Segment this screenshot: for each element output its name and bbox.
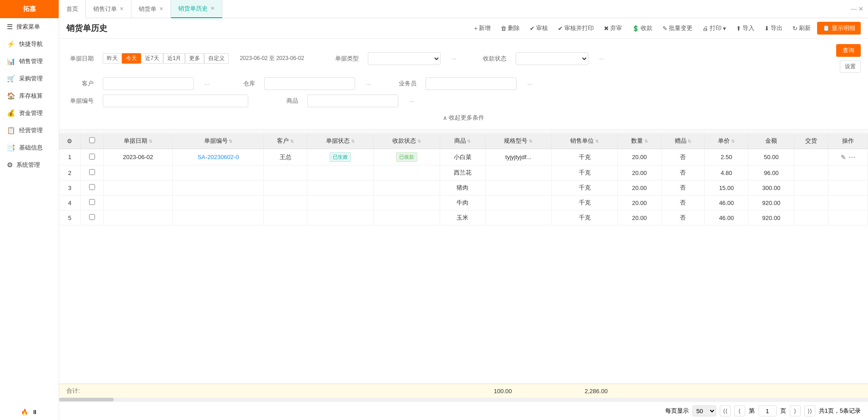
window-close-icon[interactable]: ✕ [858,5,863,12]
doc-type-dots[interactable]: ··· [452,55,457,62]
sidebar-item-fund-mgmt[interactable]: 💰 资金管理 [0,105,59,122]
new-button[interactable]: + 新增 [471,22,495,34]
sidebar-item-sales-mgmt[interactable]: 📊 销售管理 [0,53,59,70]
payment-dots[interactable]: ··· [599,55,604,62]
scrollbar-thumb[interactable] [59,398,114,401]
audit-button[interactable]: ✔ 审核 [526,22,552,34]
tab-sales-order-close[interactable]: ✕ [120,6,124,12]
cell-goods: 西兰花 [440,165,485,180]
col-gift[interactable]: 赠品 [661,133,705,149]
export-button[interactable]: ⬇ 导出 [761,22,786,34]
customer-input[interactable] [103,77,194,90]
cell-checkbox[interactable] [80,165,103,180]
col-transaction: 交货 [794,133,828,149]
col-goods[interactable]: 商品 [440,133,485,149]
date-tab-1month[interactable]: 近1月 [163,53,186,64]
col-qty[interactable]: 数量 [617,133,661,149]
print-button[interactable]: 🖨 打印 ▾ [699,22,730,34]
tab-sales-goods[interactable]: 销货单 ✕ [131,0,171,18]
next-page-button[interactable]: ⟩ [790,405,801,416]
abandon-button[interactable]: ✖ 弃审 [600,22,626,34]
doc-no-link[interactable]: SA-20230602-0 [197,154,239,160]
doc-no-input[interactable] [103,95,248,107]
tab-sales-history[interactable]: 销货单历史 ✕ [171,0,222,18]
date-tab-more[interactable]: 更多 [185,53,204,64]
window-minimize-icon[interactable]: — [851,5,857,12]
batch-change-button[interactable]: ✎ 批量变更 [659,22,696,34]
goods-dots[interactable]: ··· [409,98,414,105]
tab-sales-history-close[interactable]: ✕ [211,5,215,11]
date-tab-yesterday[interactable]: 昨天 [103,53,122,64]
per-page-select[interactable]: 50 100 [692,405,716,416]
sidebar-item-search-menu[interactable]: ☰ 搜索菜单 [0,18,59,35]
date-tab-custom[interactable]: 自定义 [204,53,229,64]
cell-checkbox[interactable] [80,210,103,225]
audit-print-button[interactable]: ✔ 审核并打印 [554,22,597,34]
warehouse-input[interactable] [264,77,355,90]
select-all-checkbox[interactable] [89,137,95,143]
col-customer[interactable]: 客户 [264,133,307,149]
bottom-icon-1[interactable]: 🔥 [21,409,28,415]
warehouse-dots[interactable]: ··· [366,80,371,87]
payment-select[interactable] [516,52,588,65]
delete-button[interactable]: 🗑 删除 [497,22,523,34]
last-page-button[interactable]: ⟩⟩ [804,405,815,416]
date-tab-7days[interactable]: 近7天 [141,53,163,64]
tab-sales-goods-close[interactable]: ✕ [159,6,163,12]
cell-price: 4.80 [705,165,748,180]
row-checkbox[interactable] [89,169,95,175]
customer-dots[interactable]: ··· [205,80,210,87]
row-checkbox[interactable] [89,184,95,190]
more-action-icon[interactable]: ⋯ [849,154,855,161]
col-doc-no[interactable]: 单据编号 [173,133,264,149]
set-button[interactable]: 设置 [840,60,861,73]
tab-home[interactable]: 首页 [59,0,86,18]
sidebar-item-purchase-mgmt[interactable]: 🛒 采购管理 [0,70,59,87]
col-price[interactable]: 单价 [705,133,748,149]
sidebar-item-basic-info[interactable]: 📑 基础信息 [0,139,59,156]
col-settings[interactable]: ⚙ [59,133,80,149]
sidebar-item-quick-nav[interactable]: ⚡ 快捷导航 [0,35,59,53]
date-tab-today[interactable]: 今天 [122,53,141,64]
col-spec[interactable]: 规格型号 [485,133,552,149]
goods-input[interactable] [307,95,398,107]
doc-type-select[interactable] [368,52,441,65]
query-button[interactable]: 查询 [836,44,861,57]
tab-sales-order[interactable]: 销售订单 ✕ [86,0,131,18]
staff-dots[interactable]: ··· [527,80,532,87]
cell-date [103,210,173,225]
cell-checkbox[interactable] [80,149,103,165]
total-info: 共1页，5条记录 [819,407,861,415]
collect-button[interactable]: 💲 收款 [628,22,656,34]
cell-checkbox[interactable] [80,180,103,195]
first-page-button[interactable]: ⟨⟨ [720,405,731,416]
col-unit[interactable]: 销售单位 [552,133,618,149]
sidebar-item-ops-mgmt[interactable]: 📋 经营管理 [0,122,59,139]
col-pay-status[interactable]: 收款状态 [373,133,440,149]
cell-doc-status [307,165,374,180]
batch-change-label: 批量变更 [669,24,692,32]
cell-doc-no[interactable]: SA-20230602-0 [173,149,264,165]
cell-checkbox[interactable] [80,195,103,210]
collapse-filters-button[interactable]: ∧ 收起更多条件 [439,112,488,124]
prev-page-button[interactable]: ⟨ [734,405,745,416]
page-input[interactable] [758,405,777,416]
bottom-icon-2[interactable]: ⏸ [32,409,38,415]
col-date[interactable]: 单据日期 [103,133,173,149]
sidebar-item-stock-calc[interactable]: 🏠 库存核算 [0,87,59,105]
row-checkbox[interactable] [89,214,95,220]
edit-action-icon[interactable]: ✎ [841,154,846,161]
cell-doc-no[interactable] [173,210,264,225]
cell-doc-no[interactable] [173,195,264,210]
staff-input[interactable] [426,77,517,90]
display-details-button[interactable]: 📋 显示明细 [817,22,861,35]
horizontal-scrollbar[interactable] [59,398,868,401]
import-button[interactable]: ⬆ 导入 [733,22,758,34]
cell-doc-no[interactable] [173,180,264,195]
cell-doc-no[interactable] [173,165,264,180]
sidebar-item-sys-mgmt[interactable]: ⚙ 系统管理 [0,156,59,174]
row-checkbox[interactable] [89,199,95,205]
col-doc-status[interactable]: 单据状态 [307,133,374,149]
refresh-button[interactable]: ↻ 刷新 [789,22,814,34]
row-checkbox[interactable] [89,154,95,160]
